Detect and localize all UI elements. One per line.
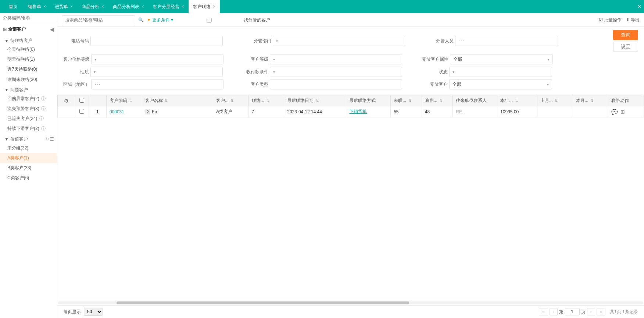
sidebar-item-unclassified[interactable]: 未分组(32)	[0, 143, 57, 153]
tab-analysis[interactable]: 商品分析 ×	[77, 0, 108, 13]
refresh-icon[interactable]: ↻	[45, 137, 49, 142]
col-contact-sort-icon[interactable]: ⇅	[266, 99, 269, 103]
tab-sales[interactable]: 销售单 ×	[24, 0, 50, 13]
select-all-checkbox[interactable]	[79, 98, 84, 103]
col-code-sort-icon[interactable]: ⇅	[129, 99, 132, 103]
scattered-attr-select[interactable]: 全部 ▾	[450, 54, 553, 64]
sidebar-group-value[interactable]: ▼ 价值客户 ↻ ☰	[0, 134, 57, 143]
col-this-month-header[interactable]: 本月... ⇅	[573, 95, 608, 106]
sidebar-all-customers[interactable]: ⊞ 全部客户 ◀	[0, 23, 57, 35]
last-page-button[interactable]: »	[597, 308, 606, 315]
col-check-header[interactable]	[75, 95, 89, 106]
sidebar-group-problem[interactable]: ▼ 问题客户	[0, 85, 57, 94]
col-last-month-sort-icon[interactable]: ⇅	[555, 99, 558, 103]
sidebar-item-today[interactable]: 今天待联络(0)	[0, 45, 57, 54]
query-button[interactable]: 查询	[613, 30, 638, 40]
row-code[interactable]: 000031	[106, 106, 142, 117]
sidebar-item-keep-declining[interactable]: 持续下滑客户(2) ⓘ	[0, 124, 57, 134]
col-this-year-header[interactable]: 本年... ⇅	[497, 95, 537, 106]
tab-purchase-close[interactable]: ×	[70, 4, 73, 9]
search-input[interactable]	[62, 15, 135, 24]
col-overdue-sort-icon[interactable]: ⇅	[439, 99, 442, 103]
col-customer-type-sort-icon[interactable]: ⇅	[230, 99, 233, 103]
price-level-select[interactable]: ▾	[91, 54, 223, 64]
sidebar-item-overdue[interactable]: 逾期未联络(30)	[0, 75, 57, 85]
col-name-sort-icon[interactable]: ⇅	[165, 99, 168, 103]
nature-select[interactable]: ▾	[90, 67, 223, 77]
tab-customer-contact[interactable]: 客户联络 ×	[189, 0, 220, 13]
customer-type-input[interactable]	[270, 79, 402, 89]
next-page-button[interactable]: ›	[587, 308, 595, 315]
sidebar-item-class-a-label: A类客户(1)	[7, 155, 29, 160]
sidebar-item-class-c[interactable]: C类客户(6)	[0, 173, 57, 183]
close-all-button[interactable]: ×	[638, 3, 641, 10]
col-last-date-sort-icon[interactable]: ⇅	[316, 99, 319, 103]
col-no-contact-header[interactable]: 未联... ⇅	[391, 95, 422, 106]
add-group-icon[interactable]: ☰	[50, 137, 54, 142]
phone-input[interactable]	[90, 36, 223, 46]
col-customer-type-header[interactable]: 客户... ⇅	[213, 95, 248, 106]
tab-purchase[interactable]: 进货单 ×	[50, 0, 77, 13]
col-no-contact-sort-icon[interactable]: ⇅	[408, 99, 411, 103]
scrollbar-thumb[interactable]	[117, 301, 409, 304]
prev-page-button[interactable]: ‹	[550, 308, 558, 315]
comment-icon[interactable]: 💬	[611, 109, 618, 115]
tab-customer-tier-close[interactable]: ×	[182, 4, 184, 9]
settings-gear-icon[interactable]: ⚙	[64, 98, 69, 104]
col-last-date-header[interactable]: 最后联络日期 ⇅	[284, 95, 346, 106]
tab-sales-close[interactable]: ×	[43, 4, 46, 9]
row-check[interactable]	[75, 106, 89, 117]
tab-customer-tier[interactable]: 客户分层经营 ×	[149, 0, 189, 13]
tab-analysis-close[interactable]: ×	[101, 4, 104, 9]
sidebar-group-pending[interactable]: ▼ 待联络客户	[0, 35, 57, 45]
total-pages-label: 页	[581, 309, 586, 315]
sidebar-item-repeat-abnormal[interactable]: 回购异常客户(2) ⓘ	[0, 94, 57, 104]
more-conditions-button[interactable]: ▼ 更多条件 ▾	[147, 17, 173, 23]
col-contact-header[interactable]: 联络... ⇅	[248, 95, 284, 106]
col-name-header[interactable]: 客户名称 ⇅	[142, 95, 213, 106]
grid-action-icon[interactable]: ⊞	[620, 109, 625, 115]
col-last-date-label: 最后联络日期	[287, 98, 314, 103]
tab-analysis-list[interactable]: 商品分析列表 ×	[108, 0, 149, 13]
page-size-select[interactable]: 50 10 20 100	[84, 308, 103, 316]
col-code-header[interactable]: 客户编码 ⇅	[106, 95, 142, 106]
tab-customer-contact-close[interactable]: ×	[213, 4, 215, 9]
pending-group-label: 待联络客户	[10, 38, 32, 44]
customer-level-select[interactable]: ▾	[270, 54, 402, 64]
sidebar-item-lost[interactable]: 已流失客户(24) ⓘ	[0, 114, 57, 124]
sidebar-item-lost-pre[interactable]: 流失预警客户(3) ⓘ	[0, 104, 57, 114]
region-select[interactable]: ···	[91, 79, 223, 89]
sidebar-item-keep-declining-label: 持续下滑客户(2)	[7, 126, 39, 131]
row-checkbox[interactable]	[79, 109, 84, 114]
filter-customer-level: 客户等级 ▾	[243, 54, 419, 64]
sidebar-item-class-b[interactable]: B类客户(33)	[0, 163, 57, 173]
col-this-year-sort-icon[interactable]: ⇅	[515, 99, 518, 103]
page-input[interactable]	[565, 308, 580, 315]
tab-analysis-list-close[interactable]: ×	[142, 4, 144, 9]
col-this-month-sort-icon[interactable]: ⇅	[590, 99, 593, 103]
col-settings-header[interactable]: ⚙	[58, 95, 75, 106]
settings-button[interactable]: 设置	[613, 42, 638, 52]
row-last-method[interactable]: 下销货单	[346, 106, 391, 117]
my-customers-checkbox-wrapper: 我分管的客户	[176, 17, 270, 23]
my-customers-checkbox[interactable]	[176, 18, 242, 22]
first-page-button[interactable]: «	[539, 308, 548, 315]
col-last-method-label: 最后联络方式	[349, 98, 376, 103]
status-select[interactable]: ▾	[449, 67, 552, 77]
col-overdue-header[interactable]: 逾期... ⇅	[422, 95, 453, 106]
payment-select[interactable]: ▾	[270, 67, 402, 77]
export-button[interactable]: ⬆ 导出	[626, 17, 640, 23]
collapse-icon[interactable]: ◀	[50, 26, 54, 32]
tab-home[interactable]: 首页	[3, 0, 24, 13]
manager-select[interactable]: ···	[455, 36, 558, 46]
scattered-select[interactable]: 全部 ▾	[449, 79, 552, 89]
dept-select[interactable]: ▾	[273, 36, 405, 46]
batch-ops-button[interactable]: ☑ 批量操作	[599, 17, 622, 23]
sidebar-item-7days[interactable]: 近7天待联络(0)	[0, 64, 57, 74]
sidebar-item-tomorrow[interactable]: 明天待联络(1)	[0, 54, 57, 64]
search-icon[interactable]: 🔍	[138, 17, 144, 22]
sidebar-search-input[interactable]	[3, 15, 57, 21]
info-icon-3: ⓘ	[39, 116, 44, 121]
sidebar-item-class-a[interactable]: A类客户(1)	[0, 153, 57, 163]
col-last-month-header[interactable]: 上月... ⇅	[537, 95, 573, 106]
